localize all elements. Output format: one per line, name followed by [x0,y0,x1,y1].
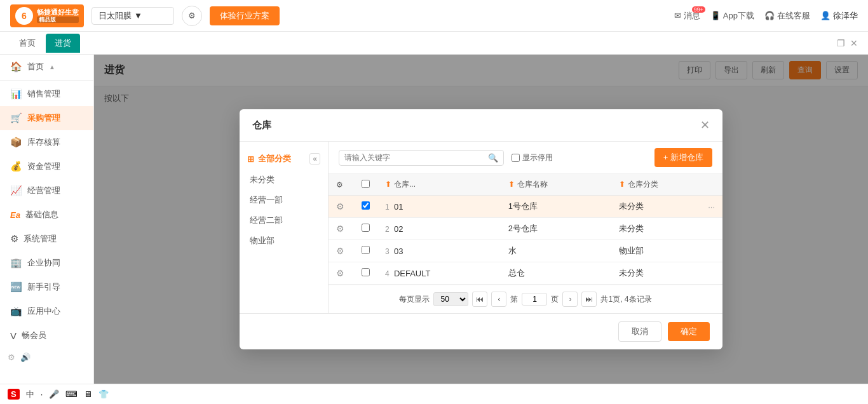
table-row[interactable]: ⚙ 1 01 1号仓库 未分类 ··· [329,196,722,218]
row-name: 总仓 [501,262,612,285]
category-all-label: 全部分类 [258,153,291,165]
sidebar-item-home[interactable]: 🏠 首页 ▲ [0,55,93,79]
page-prev-button[interactable]: ‹ [491,292,506,307]
settings-bottom-icon[interactable]: ⚙ [8,353,15,362]
show-disabled-input[interactable] [512,154,520,162]
statusbar: S 中 · 🎤 ⌨ 🖥 👕 [0,384,868,404]
chevron-down-icon: ▼ [134,11,142,20]
row-category: 物业部 [611,240,722,262]
modal-close-button[interactable]: ✕ [700,118,710,132]
page-input[interactable] [522,293,547,306]
row-checkbox[interactable] [362,268,370,276]
user-name: 徐泽华 [833,10,858,22]
table-header-category: ⬆仓库分类 [611,174,722,196]
page-label: 第 [510,294,518,305]
confirm-button[interactable]: 确定 [668,322,710,341]
search-input[interactable] [344,153,484,162]
table-row[interactable]: ⚙ 4 DEFAULT 总仓 未分类 [329,262,722,285]
row-gear-cell: ⚙ [329,262,354,285]
row-gear-cell: ⚙ [329,196,354,218]
gear-header-icon[interactable]: ⚙ [336,180,343,189]
category-item-property[interactable]: 物业部 [240,231,328,251]
show-disabled-checkbox[interactable]: 显示停用 [512,152,553,163]
row-checkbox-cell [354,218,377,240]
row-gear-icon[interactable]: ⚙ [336,201,344,212]
app-download-button[interactable]: 📱 App下载 [710,10,754,22]
category-all[interactable]: ⊞ 全部分类 « [240,148,328,170]
operations-icon: 📈 [10,185,22,196]
sidebar-item-purchase[interactable]: 🛒 采购管理 [0,106,93,130]
sidebar-item-sales[interactable]: 📊 销售管理 [0,82,93,106]
sidebar-item-operations[interactable]: 📈 经营管理 [0,178,93,203]
sidebar-item-system[interactable]: ⚙ 系统管理 [0,227,93,251]
sidebar-item-guide[interactable]: 🆕 新手引导 [0,275,93,299]
category-item-uncategorized[interactable]: 未分类 [240,170,328,190]
row-gear-icon[interactable]: ⚙ [336,268,344,278]
nav-tabs: 首页 进货 ❐ ✕ [0,32,868,55]
tab-home[interactable]: 首页 [10,34,44,53]
row-checkbox[interactable] [362,224,370,232]
table-row[interactable]: ⚙ 3 03 水 物业部 [329,240,722,262]
sidebar-label-guide: 新手引导 [27,281,60,293]
tab-purchase[interactable]: 进货 [46,34,80,53]
basic-icon: Ea [10,210,20,220]
row-name: 2号仓库 [501,218,612,240]
sort-icon-category: ⬆ [619,180,625,189]
category-item-dept1[interactable]: 经营一部 [240,190,328,210]
sidebar-label-operations: 经营管理 [27,185,60,196]
add-warehouse-button[interactable]: + 新增仓库 [654,148,712,167]
row-gear-icon[interactable]: ⚙ [336,224,344,234]
table-row[interactable]: ⚙ 2 02 2号仓库 未分类 [329,218,722,240]
page-total: 共1页, 4条记录 [600,294,651,305]
per-page-select[interactable]: 50 10 20 100 [433,292,468,306]
sidebar-item-enterprise[interactable]: 🏢 企业协同 [0,251,93,275]
sidebar-item-finance[interactable]: 💰 资金管理 [0,154,93,178]
message-icon: ✉ [674,11,681,20]
category-collapse-button[interactable]: « [309,153,320,165]
table-header-checkbox [354,174,377,196]
page-first-button[interactable]: ⏮ [472,292,487,307]
table-header-code: ⬆仓库... [377,174,501,196]
modal-overlay: 仓库 ✕ ⊞ 全部分类 « 未分类 经营一部 经营二部 [94,55,868,404]
category-item-dept2[interactable]: 经营二部 [240,210,328,231]
speaker-icon[interactable]: 🔊 [20,353,31,362]
message-button[interactable]: ✉ 99+ 消息 [674,10,700,22]
row-more-icon[interactable]: ··· [708,202,715,212]
row-checkbox-cell [354,240,377,262]
window-close-icon[interactable]: ✕ [850,38,858,48]
row-checkbox[interactable] [362,246,370,254]
page-next-button[interactable]: › [562,292,578,307]
window-restore-icon[interactable]: ❐ [837,38,845,48]
row-checkbox[interactable] [362,201,370,210]
warehouse-modal: 仓库 ✕ ⊞ 全部分类 « 未分类 经营一部 经营二部 [240,109,722,349]
modal-toolbar: 🔍 显示停用 + 新增仓库 [329,142,722,174]
row-num: 1 01 [377,196,501,218]
sidebar-label-enterprise: 企业协同 [27,257,60,269]
sidebar-item-basic[interactable]: Ea 基础信息 [0,203,93,227]
sidebar-item-inventory[interactable]: 📦 库存核算 [0,130,93,154]
user-menu[interactable]: 👤 徐泽华 [820,10,858,22]
finance-icon: 💰 [10,161,22,172]
sidebar-label-purchase: 采购管理 [27,112,60,124]
sidebar-item-member[interactable]: V 畅会员 [0,323,93,347]
sidebar-item-app[interactable]: 📺 应用中心 [0,299,93,323]
service-button[interactable]: 🎧 在线客服 [764,10,810,22]
sidebar-label-home: 首页 [27,61,44,72]
main-layout: 🏠 首页 ▲ 📊 销售管理 🛒 采购管理 📦 库存核算 💰 资金管理 📈 经营管… [0,55,868,404]
select-all-checkbox[interactable] [362,180,370,188]
logo-title: 畅捷通好生意 [37,8,79,17]
store-selector[interactable]: 日太阳膜 ▼ [92,7,174,25]
search-box[interactable]: 🔍 [339,150,504,166]
purchase-icon: 🛒 [10,112,22,124]
store-name: 日太阳膜 [98,10,132,22]
category-sidebar: ⊞ 全部分类 « 未分类 经营一部 经营二部 物业部 [240,142,329,313]
cancel-button[interactable]: 取消 [618,321,661,342]
page-last-button[interactable]: ⏭ [581,292,597,307]
logo-text: 畅捷通好生意 精品版 [37,8,79,24]
sort-icon: ⬆ [385,180,391,189]
sidebar-collapse-home: ▲ [49,64,55,71]
row-gear-icon[interactable]: ⚙ [336,246,344,256]
status-dot: · [41,389,43,399]
gear-button[interactable]: ⚙ [182,6,202,26]
trial-button[interactable]: 体验行业方案 [210,6,280,25]
